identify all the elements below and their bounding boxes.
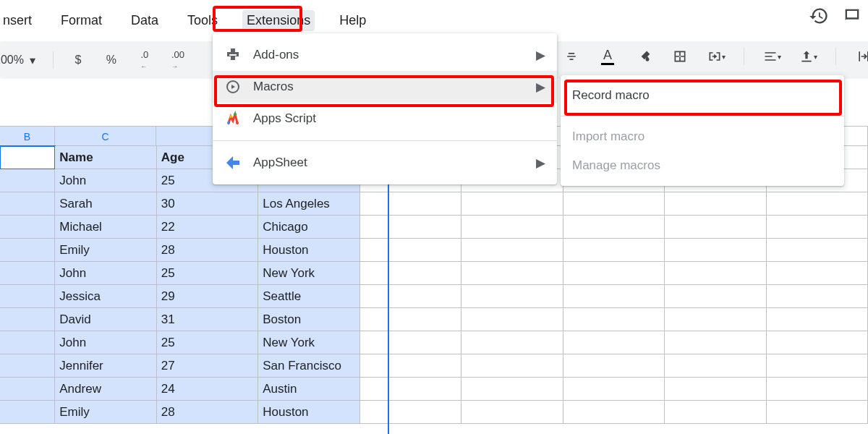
cell[interactable]: [563, 331, 665, 354]
menu-extensions[interactable]: Extensions: [242, 10, 315, 31]
cell[interactable]: [563, 285, 665, 308]
cell[interactable]: Jessica: [55, 285, 156, 308]
cell[interactable]: David: [55, 308, 156, 331]
cell[interactable]: [461, 239, 563, 262]
menu-apps-script[interactable]: Apps Script: [213, 103, 557, 135]
valign-button[interactable]: ▾: [795, 43, 821, 69]
cell[interactable]: [665, 378, 766, 401]
cell[interactable]: John: [55, 262, 156, 285]
cell[interactable]: [360, 308, 461, 331]
merge-cells-button[interactable]: ▾: [703, 43, 729, 69]
cell[interactable]: [0, 146, 55, 169]
cell[interactable]: 29: [157, 285, 258, 308]
cell[interactable]: [665, 285, 766, 308]
currency-button[interactable]: $: [65, 47, 91, 73]
menu-insert[interactable]: nsert: [0, 10, 36, 31]
cell[interactable]: [360, 378, 461, 401]
cell[interactable]: [461, 354, 563, 378]
cell[interactable]: John: [55, 331, 156, 354]
cell[interactable]: Emily: [55, 401, 156, 424]
manage-macros[interactable]: Manage macros: [561, 151, 844, 180]
cell[interactable]: Houston: [258, 239, 359, 262]
cell[interactable]: [665, 262, 766, 285]
cell[interactable]: [563, 192, 665, 216]
cell[interactable]: 25: [157, 331, 258, 354]
cell[interactable]: [563, 308, 665, 331]
cell[interactable]: Emily: [55, 239, 156, 262]
import-macro[interactable]: Import macro: [561, 122, 844, 151]
cell[interactable]: [767, 262, 868, 285]
col-header-c[interactable]: C: [55, 126, 157, 146]
cell[interactable]: [0, 169, 55, 192]
cell[interactable]: Seattle: [258, 285, 359, 308]
menu-help[interactable]: Help: [335, 10, 370, 31]
cell[interactable]: [0, 378, 55, 401]
wrap-button[interactable]: [851, 43, 868, 69]
cell[interactable]: [360, 354, 461, 378]
cell[interactable]: [767, 285, 868, 308]
menu-tools[interactable]: Tools: [183, 10, 222, 31]
cell[interactable]: 31: [157, 308, 258, 331]
cell[interactable]: [563, 239, 665, 262]
fill-color-button[interactable]: [631, 43, 657, 69]
cell[interactable]: [563, 262, 665, 285]
cell[interactable]: [665, 401, 766, 424]
cell[interactable]: New York: [258, 262, 359, 285]
menu-addons[interactable]: Add-ons ▶: [213, 39, 557, 71]
cell[interactable]: [0, 239, 55, 262]
cell[interactable]: [0, 331, 55, 354]
cell[interactable]: [665, 192, 766, 216]
cell[interactable]: 28: [157, 401, 258, 424]
cell[interactable]: [767, 308, 868, 331]
cell[interactable]: [360, 331, 461, 354]
cell[interactable]: [767, 401, 868, 424]
cell[interactable]: Boston: [258, 308, 359, 331]
cell[interactable]: [0, 216, 55, 239]
cell[interactable]: [665, 216, 766, 239]
history-icon[interactable]: [809, 6, 829, 29]
cell[interactable]: [461, 262, 563, 285]
cell[interactable]: [461, 378, 563, 401]
text-color-button[interactable]: A: [595, 43, 621, 69]
comments-icon[interactable]: [842, 6, 862, 29]
cell[interactable]: [360, 401, 461, 424]
cell[interactable]: Michael: [55, 216, 156, 239]
cell[interactable]: [767, 378, 868, 401]
cell[interactable]: [461, 401, 563, 424]
cell[interactable]: [360, 285, 461, 308]
zoom-select[interactable]: 100% ▾: [0, 51, 41, 70]
cell[interactable]: [0, 354, 55, 378]
cell[interactable]: [0, 308, 55, 331]
cell[interactable]: 25: [157, 262, 258, 285]
cell[interactable]: Austin: [258, 378, 359, 401]
menu-macros[interactable]: Macros ▶: [213, 71, 557, 103]
cell[interactable]: [767, 354, 868, 378]
cell[interactable]: 28: [157, 239, 258, 262]
cell[interactable]: [767, 216, 868, 239]
cell[interactable]: 24: [157, 378, 258, 401]
cell[interactable]: Houston: [258, 401, 359, 424]
cell[interactable]: [0, 285, 55, 308]
cell[interactable]: Jennifer: [55, 354, 156, 378]
cell[interactable]: [0, 192, 55, 216]
cell[interactable]: [563, 354, 665, 378]
cell[interactable]: [360, 192, 461, 216]
cell[interactable]: [461, 192, 563, 216]
cell[interactable]: [665, 354, 766, 378]
cell[interactable]: [461, 216, 563, 239]
percent-button[interactable]: %: [98, 47, 124, 73]
cell[interactable]: [360, 239, 461, 262]
cell[interactable]: 22: [157, 216, 258, 239]
cell[interactable]: 30: [157, 192, 258, 216]
cell[interactable]: Los Angeles: [258, 192, 359, 216]
col-header-b[interactable]: B: [0, 126, 55, 146]
align-button[interactable]: ▾: [759, 43, 785, 69]
cell[interactable]: John: [55, 169, 156, 192]
decrease-decimal-button[interactable]: .0←: [132, 47, 158, 73]
cell[interactable]: [563, 378, 665, 401]
cell[interactable]: [563, 216, 665, 239]
cell[interactable]: [665, 308, 766, 331]
cell[interactable]: [767, 239, 868, 262]
borders-button[interactable]: [667, 43, 693, 69]
menu-format[interactable]: Format: [56, 10, 106, 31]
